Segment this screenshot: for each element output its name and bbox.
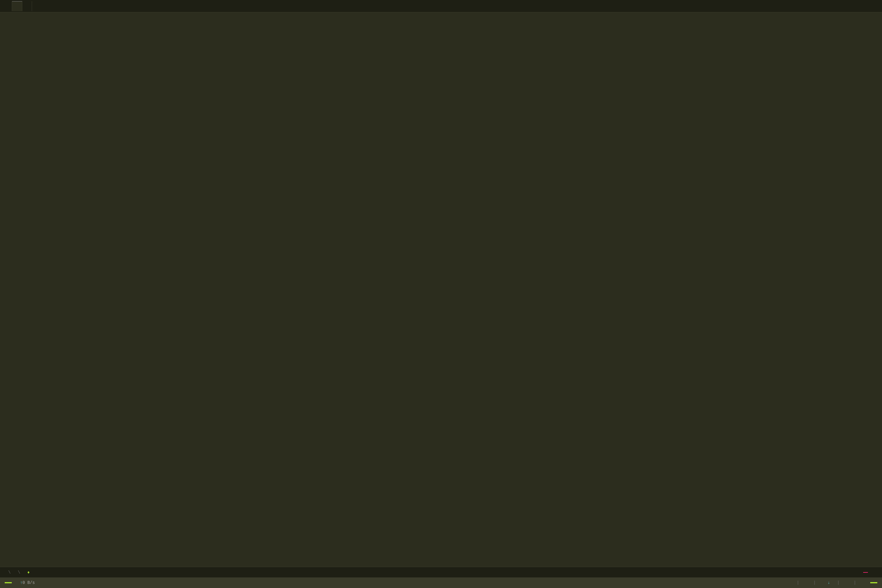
status-bar-2: ↑ 0 B/s | | ↓ | | (0, 578, 882, 588)
status-plugin-icon: ♦ (27, 570, 30, 575)
tab-2[interactable] (12, 1, 22, 11)
tab-bar (0, 0, 882, 12)
io-up-val: 0 B/s (22, 580, 35, 585)
status-right-2: | | ↓ | | (790, 580, 877, 585)
download-icon: ↓ (828, 580, 830, 585)
code-content (0, 12, 882, 567)
tab-1[interactable] (2, 1, 12, 11)
surface-label (870, 582, 877, 583)
error-count (863, 572, 868, 573)
status-bar-1: \ \ ♦ (0, 567, 882, 578)
status-left-1: \ \ ♦ (5, 570, 30, 575)
status-right-1 (854, 572, 877, 573)
tab-3[interactable] (22, 1, 32, 11)
alpha-tab[interactable] (5, 582, 12, 583)
io-up-icon: ↑ (20, 580, 22, 585)
editor (0, 12, 882, 567)
